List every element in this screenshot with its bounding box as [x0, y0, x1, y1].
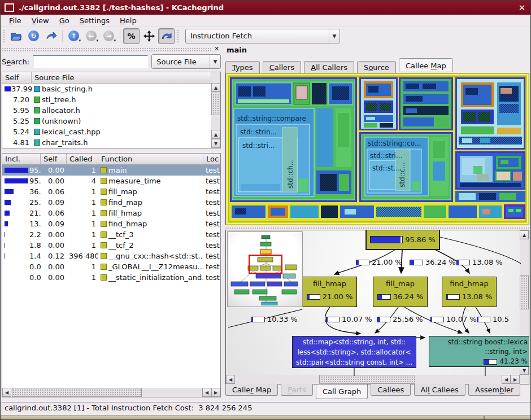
table-row[interactable]: 2.28 0.00 1 __tcf_3 test — [2, 229, 220, 240]
tab-source[interactable]: Source — [357, 61, 396, 73]
tab-assembler[interactable]: Assembler — [468, 384, 520, 396]
scroll-down-icon[interactable]: ▼ — [211, 139, 220, 148]
close-icon[interactable]: ✕ — [515, 2, 529, 14]
open-button[interactable] — [8, 28, 24, 44]
edge-label: 10.07 % — [430, 315, 477, 323]
statusbar: callgrind.out.3382 [1] - Total Instructi… — [1, 401, 531, 415]
function-color-icon — [101, 253, 107, 259]
table-row[interactable]: 0.00 0.00 1 _GLOBAL__I__Z12measu... test — [2, 261, 220, 272]
graph-node-lexical-cast[interactable]: std::string boost::lexica ::string, int>… — [429, 336, 529, 367]
expand-toggle-button[interactable] — [141, 28, 157, 44]
dock-handle[interactable] — [2, 47, 212, 51]
table-row[interactable]: 0.00 0.00 1 __static_initialization_and.… — [2, 272, 220, 283]
tab-all-callers[interactable]: All Callers — [304, 61, 354, 73]
table-row[interactable]: 13.08 0.09 1 find_hmap test — [2, 218, 220, 229]
graph-node-fill-map[interactable]: fill_map 36.24 % — [373, 277, 428, 307]
col-called[interactable]: Called — [67, 154, 98, 164]
titlebar[interactable]: ./callgrind.out.3382 [./test-hashes] - K… — [1, 1, 530, 15]
event-type-select[interactable]: Instruction Fetch ▼ — [185, 29, 340, 43]
tab-callers[interactable]: Callers — [263, 61, 301, 73]
scroll-left-icon[interactable]: ◀ — [502, 375, 511, 384]
menu-view[interactable]: View — [27, 15, 54, 26]
percentage-toggle-button[interactable]: % — [123, 28, 140, 44]
scroll-up-icon[interactable]: ▲ — [211, 83, 220, 92]
table-row[interactable]: 95.86 0.00 4 measure_time test — [2, 176, 220, 186]
callee-map-view[interactable]: std::string::compare std::strin... std::… — [225, 73, 529, 225]
col-self[interactable]: Self — [2, 72, 32, 83]
table-row[interactable]: 37.99 basic_string.h — [2, 84, 220, 94]
scrollbar-horizontal[interactable]: ◀ ◀ ▶ — [226, 375, 520, 384]
scroll-up-icon[interactable]: ▲ — [520, 230, 529, 239]
scroll-up-icon[interactable]: ▲ — [211, 130, 220, 139]
toolbar-handle[interactable] — [3, 29, 6, 43]
reload-button[interactable]: ↻ — [25, 28, 42, 44]
scroll-left-icon[interactable]: ◀ — [2, 388, 11, 397]
table-row[interactable]: 4.81 char_traits.h — [2, 137, 220, 148]
table-row[interactable]: 21.00 0.06 1 fill_hmap test — [2, 208, 220, 218]
col-incl[interactable]: Incl. — [2, 154, 41, 164]
treemap-label: std::string::co... — [368, 139, 421, 147]
col-source-file[interactable]: Source File — [32, 72, 211, 83]
callee-treemap[interactable]: std::string::compare std::strin... std::… — [226, 73, 529, 225]
tab-callee-map[interactable]: Callee Map — [399, 58, 453, 72]
col-loc[interactable]: Loc — [203, 154, 220, 164]
group-by-select[interactable]: Source File ▼ — [151, 54, 221, 69]
table-header[interactable]: Self Source File — [2, 72, 220, 84]
search-input[interactable] — [33, 55, 148, 68]
scroll-left-icon[interactable]: ◀ — [202, 388, 211, 397]
dock-titlebar[interactable]: ✕ — [2, 46, 221, 53]
col-function[interactable]: Function — [98, 154, 203, 164]
table-row[interactable]: 5.95 allocator.h — [2, 105, 220, 116]
treemap-label: std::stri... — [370, 152, 402, 160]
table-row-selected[interactable]: 95.86 0.00 1 main test — [2, 165, 220, 176]
scroll-right-icon[interactable]: ▶ — [211, 388, 220, 397]
menu-go[interactable]: Go — [54, 15, 75, 26]
scrollbar-thumb[interactable] — [211, 93, 220, 115]
forward-button[interactable]: →▾ — [101, 28, 117, 44]
call-graph-view[interactable]: 95.86 % 21.00 % 36.24 % 13.08 % fill_hma… — [225, 230, 529, 384]
back-button[interactable]: ←▾ — [83, 28, 99, 44]
scroll-left-icon[interactable]: ◀ — [226, 375, 235, 384]
col-self[interactable]: Self — [41, 154, 67, 164]
treemap-label: std::c... — [398, 162, 406, 187]
table-row[interactable]: 5.25 (unknown) — [2, 116, 220, 126]
tab-all-callees[interactable]: All Callees — [414, 384, 465, 396]
graph-overview-pane[interactable] — [227, 231, 303, 307]
scroll-down-icon[interactable]: ▼ — [520, 366, 529, 375]
tab-callees[interactable]: Callees — [371, 384, 411, 396]
up-button[interactable]: ↑▾ — [66, 28, 82, 44]
table-row[interactable]: 36.24 0.06 1 fill_map test — [2, 186, 220, 197]
file-color-icon — [34, 107, 40, 113]
table-row[interactable]: 5.24 lexical_cast.hpp — [2, 126, 220, 137]
scrollbar-thumb[interactable] — [12, 388, 142, 397]
menu-file[interactable]: File — [4, 15, 27, 26]
graph-node-find-hmap[interactable]: find_hmap 13.08 % — [442, 277, 497, 307]
graph-node-std-map[interactable]: std::map<std::string, int, std:: less<st… — [292, 336, 416, 368]
flat-profile-dock: ✕ Search: Source File ▼ Self Source File… — [2, 46, 221, 397]
tab-caller-map[interactable]: Caller Map — [225, 384, 278, 396]
dock-close-icon[interactable]: ✕ — [212, 46, 221, 53]
table-row[interactable]: 1.41 0.12 396 480 __gnu_cxx::hash<std::s… — [2, 251, 220, 261]
redo-button[interactable] — [43, 28, 59, 44]
table-row[interactable]: 25.54 0.09 1 find_map test — [2, 197, 220, 208]
tab-types[interactable]: Types — [225, 61, 260, 73]
menu-help[interactable]: Help — [115, 15, 142, 26]
tab-call-graph[interactable]: Call Graph — [316, 384, 368, 399]
table-header[interactable]: Incl. Self Called Function Loc — [2, 154, 220, 165]
toolbar-handle[interactable] — [177, 29, 180, 43]
scrollbar-horizontal[interactable]: ◀ ◀ ▶ — [2, 388, 220, 397]
cycle-detection-toggle-button[interactable] — [158, 28, 175, 44]
graph-node-main[interactable]: 95.86 % — [365, 230, 440, 250]
scrollbar-thumb[interactable] — [520, 275, 529, 309]
scrollbar-vertical[interactable]: ▲ ▲ ▼ — [211, 83, 220, 148]
reload-icon: ↻ — [28, 30, 39, 41]
scrollbar-thumb[interactable] — [319, 375, 415, 384]
menu-settings[interactable]: Settings — [75, 15, 115, 26]
table-row[interactable]: 1.81 0.00 1 __tcf_2 test — [2, 240, 220, 251]
up-icon: ↑ — [68, 30, 79, 41]
graph-node-fill-hmap[interactable]: fill_hmap 21.00 % — [302, 277, 357, 307]
window-menu-icon[interactable] — [5, 3, 14, 12]
scroll-right-icon[interactable]: ▶ — [511, 375, 520, 384]
graph-overview-mini — [228, 232, 301, 305]
table-row[interactable]: 7.20 stl_tree.h — [2, 94, 220, 105]
